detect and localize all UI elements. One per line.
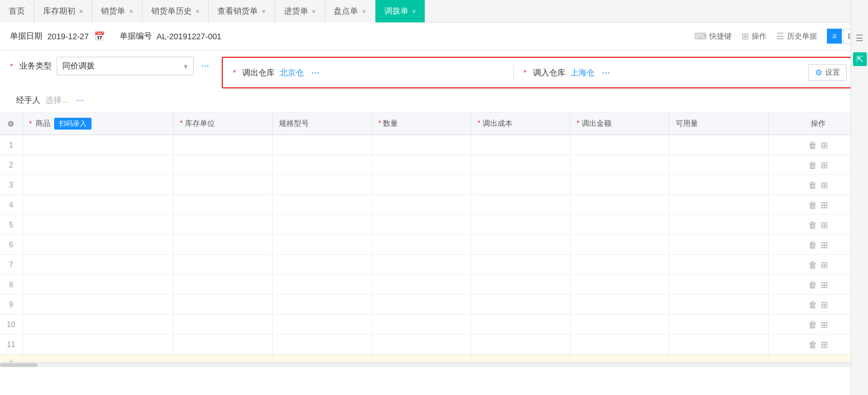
cell-cost[interactable] (471, 135, 570, 155)
cell-unit[interactable] (173, 195, 272, 215)
tab-sales-order[interactable]: 销货单 × (92, 0, 142, 22)
cell-spec[interactable] (273, 255, 372, 275)
close-icon[interactable]: × (262, 7, 265, 15)
cell-amount[interactable] (570, 335, 669, 355)
cell-unit[interactable] (173, 215, 272, 235)
close-icon[interactable]: × (362, 7, 366, 15)
cell-product[interactable] (22, 295, 173, 315)
cell-amount[interactable] (570, 175, 669, 195)
delete-icon[interactable]: 🗑 (808, 180, 817, 190)
sidebar-list-icon[interactable]: ☰ (853, 31, 867, 45)
delete-icon[interactable]: 🗑 (808, 280, 817, 290)
cell-spec[interactable] (273, 235, 372, 255)
cell-amount[interactable] (570, 315, 669, 335)
tab-inventory-check[interactable]: 盘点单 × (325, 0, 375, 22)
cell-cost[interactable] (471, 215, 570, 235)
out-warehouse-value[interactable]: 北京仓 (280, 67, 304, 79)
cell-cost[interactable] (471, 175, 570, 195)
cell-qty[interactable] (372, 275, 471, 295)
delete-icon[interactable]: 🗑 (808, 340, 817, 350)
cell-amount[interactable] (570, 255, 669, 275)
cell-qty[interactable] (372, 215, 471, 235)
tab-purchase-order[interactable]: 进货单 × (275, 0, 325, 22)
delete-icon[interactable]: 🗑 (808, 220, 817, 230)
tab-home[interactable]: 首页 (0, 0, 34, 22)
cell-unit[interactable] (173, 295, 272, 315)
cell-qty[interactable] (372, 255, 471, 275)
cell-spec[interactable] (273, 215, 372, 235)
cell-cost[interactable] (471, 235, 570, 255)
copy-icon[interactable]: ⊞ (821, 200, 828, 210)
settings-button[interactable]: ⚙ 设置 (808, 64, 847, 81)
person-more-btn[interactable]: ··· (76, 95, 84, 106)
copy-icon[interactable]: ⊞ (821, 280, 828, 290)
delete-icon[interactable]: 🗑 (808, 300, 817, 310)
delete-icon[interactable]: 🗑 (808, 320, 817, 330)
cell-cost[interactable] (471, 195, 570, 215)
tab-sales-history[interactable]: 销货单历史 × (143, 0, 209, 22)
cell-qty[interactable] (372, 155, 471, 175)
cell-amount[interactable] (570, 295, 669, 315)
cell-spec[interactable] (273, 315, 372, 335)
cell-product[interactable] (22, 215, 173, 235)
cell-spec[interactable] (273, 295, 372, 315)
cell-cost[interactable] (471, 155, 570, 175)
cell-amount[interactable] (570, 155, 669, 175)
cell-product[interactable] (22, 315, 173, 335)
cell-qty[interactable] (372, 295, 471, 315)
cell-product[interactable] (22, 135, 173, 155)
copy-icon[interactable]: ⊞ (821, 340, 828, 350)
cell-cost[interactable] (471, 295, 570, 315)
calendar-icon[interactable]: 📅 (94, 31, 105, 41)
cell-product[interactable] (22, 335, 173, 355)
out-warehouse-more-btn[interactable]: ··· (311, 67, 319, 79)
copy-icon[interactable]: ⊞ (821, 260, 828, 270)
cell-cost[interactable] (471, 275, 570, 295)
copy-icon[interactable]: ⊞ (821, 140, 828, 150)
delete-icon[interactable]: 🗑 (808, 200, 817, 210)
cell-spec[interactable] (273, 155, 372, 175)
operations-action[interactable]: ⊞ 操作 (742, 31, 767, 42)
business-type-input[interactable]: 同价调拨 ▾ (57, 57, 194, 75)
cell-product[interactable] (22, 175, 173, 195)
cell-spec[interactable] (273, 195, 372, 215)
cell-unit[interactable] (173, 275, 272, 295)
cell-product[interactable] (22, 275, 173, 295)
close-icon[interactable]: × (412, 7, 416, 15)
cell-product[interactable] (22, 255, 173, 275)
close-icon[interactable]: × (196, 7, 199, 15)
copy-icon[interactable]: ⊞ (821, 320, 828, 330)
copy-icon[interactable]: ⊞ (821, 220, 828, 230)
tab-inventory-init[interactable]: 库存期初 × (34, 0, 92, 22)
cell-spec[interactable] (273, 175, 372, 195)
close-icon[interactable]: × (312, 7, 316, 15)
copy-icon[interactable]: ⊞ (821, 240, 828, 250)
close-icon[interactable]: × (79, 7, 83, 15)
close-icon[interactable]: × (129, 7, 133, 15)
horizontal-scrollbar[interactable] (0, 362, 868, 367)
th-gear[interactable]: ⚙ (0, 113, 22, 135)
cell-unit[interactable] (173, 255, 272, 275)
scan-button[interactable]: 扫码录入 (54, 118, 92, 130)
cell-unit[interactable] (173, 155, 272, 175)
cell-cost[interactable] (471, 255, 570, 275)
copy-icon[interactable]: ⊞ (821, 300, 828, 310)
cell-spec[interactable] (273, 135, 372, 155)
copy-icon[interactable]: ⊞ (821, 160, 828, 170)
cell-unit[interactable] (173, 315, 272, 335)
cell-cost[interactable] (471, 315, 570, 335)
cell-amount[interactable] (570, 275, 669, 295)
cell-product[interactable] (22, 235, 173, 255)
cell-qty[interactable] (372, 235, 471, 255)
cell-spec[interactable] (273, 275, 372, 295)
dropdown-icon[interactable]: ▾ (184, 62, 188, 71)
delete-icon[interactable]: 🗑 (808, 240, 817, 250)
person-select[interactable]: 选择... (45, 95, 68, 106)
cell-amount[interactable] (570, 235, 669, 255)
cell-amount[interactable] (570, 215, 669, 235)
cell-unit[interactable] (173, 335, 272, 355)
in-warehouse-value[interactable]: 上海仓 (570, 67, 595, 79)
shortcuts-action[interactable]: ⌨ 快捷键 (694, 31, 732, 42)
cell-unit[interactable] (173, 235, 272, 255)
cell-product[interactable] (22, 195, 173, 215)
